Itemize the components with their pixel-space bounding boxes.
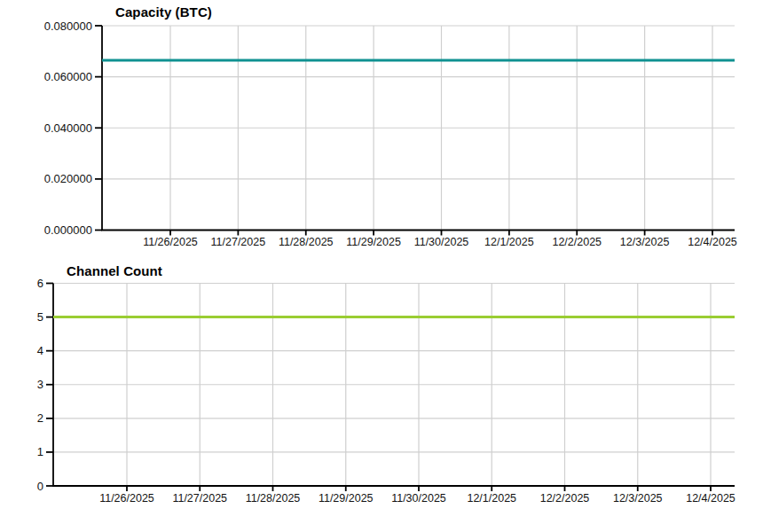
channel-count-y-tick-label: 4 bbox=[37, 344, 43, 357]
channel-count-x-tick-label: 12/2/2025 bbox=[540, 492, 590, 505]
capacity-y-tick-label: 0.040000 bbox=[44, 121, 92, 135]
capacity-x-tick-label: 11/27/2025 bbox=[211, 236, 266, 248]
capacity-x-tick-label: 12/1/2025 bbox=[484, 236, 534, 248]
channel-count-x-tick-label: 12/3/2025 bbox=[613, 492, 663, 505]
channel-count-x-tick-label: 11/28/2025 bbox=[246, 492, 301, 505]
channel-count-y-tick-label: 0 bbox=[37, 480, 43, 493]
node-stats-charts: Capacity (BTC) Channel Count 0.0000000.0… bbox=[0, 0, 763, 532]
charts-canvas: 0.0000000.0200000.0400000.0600000.080000… bbox=[0, 0, 763, 532]
channel-count-y-tick-label: 5 bbox=[37, 310, 43, 324]
channel-count-y-tick-label: 3 bbox=[37, 378, 43, 391]
capacity-y-tick-label: 0.060000 bbox=[44, 70, 92, 83]
channel-count-x-tick-label: 11/29/2025 bbox=[319, 492, 374, 505]
capacity-x-tick-label: 11/30/2025 bbox=[414, 236, 469, 248]
channel-count-y-tick-label: 1 bbox=[37, 445, 43, 458]
channel-count-x-tick-label: 11/26/2025 bbox=[99, 492, 154, 505]
capacity-x-tick-label: 12/2/2025 bbox=[552, 236, 602, 248]
capacity-y-tick-label: 0.020000 bbox=[44, 172, 92, 185]
capacity-x-tick-label: 12/3/2025 bbox=[620, 236, 670, 248]
channel-count-x-tick-label: 11/30/2025 bbox=[391, 492, 446, 505]
capacity-y-tick-label: 0.080000 bbox=[44, 20, 92, 33]
capacity-x-tick-label: 11/28/2025 bbox=[279, 236, 334, 248]
channel-count-x-tick-label: 12/4/2025 bbox=[686, 492, 735, 505]
capacity-x-tick-label: 11/26/2025 bbox=[143, 236, 198, 248]
capacity-y-tick-label: 0.000000 bbox=[44, 223, 92, 237]
channel-count-x-tick-label: 11/27/2025 bbox=[172, 492, 227, 505]
capacity-x-tick-label: 11/29/2025 bbox=[346, 236, 401, 248]
capacity-x-tick-label: 12/4/2025 bbox=[688, 236, 737, 248]
channel-count-x-tick-label: 12/1/2025 bbox=[467, 492, 516, 505]
channel-count-y-tick-label: 2 bbox=[37, 411, 43, 425]
channel-count-y-tick-label: 6 bbox=[37, 277, 43, 290]
